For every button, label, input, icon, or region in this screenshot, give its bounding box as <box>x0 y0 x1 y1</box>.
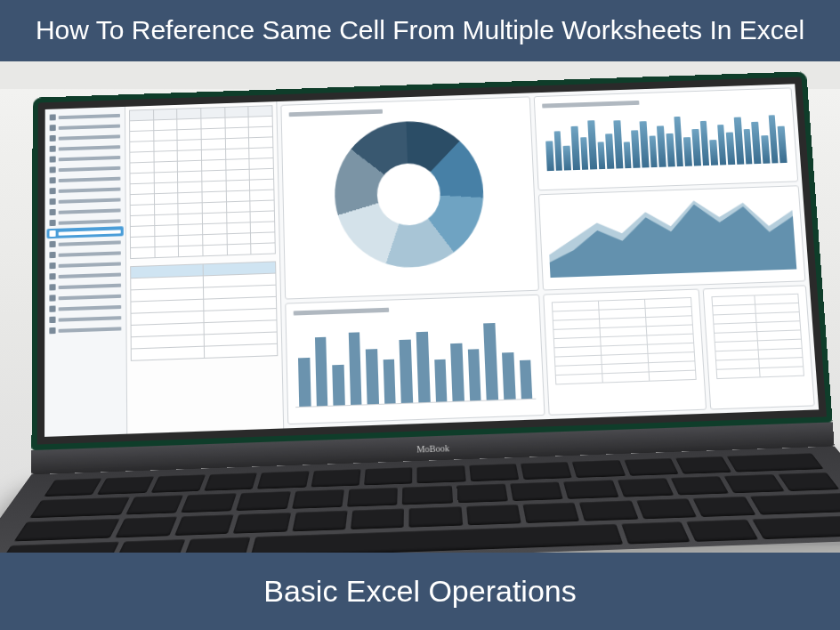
data-table <box>129 105 276 259</box>
dashboard-panel <box>277 84 819 428</box>
sparkbar-chart <box>534 87 799 190</box>
spreadsheet-app <box>44 84 819 437</box>
donut-icon <box>333 119 486 271</box>
donut-chart <box>280 96 539 299</box>
header-title: How To Reference Same Cell From Multiple… <box>36 15 804 44</box>
secondary-table <box>130 261 278 360</box>
mini-table-1 <box>543 289 706 416</box>
hero-image: MoBook <box>0 89 840 545</box>
sidebar <box>44 107 127 437</box>
area-chart <box>538 185 806 290</box>
screen-frame <box>31 71 832 450</box>
column-chart <box>285 295 545 424</box>
header-band: How To Reference Same Cell From Multiple… <box>0 0 840 61</box>
data-table-panel <box>125 101 284 434</box>
laptop-illustration: MoBook <box>31 71 840 602</box>
footer-title: Basic Excel Operations <box>263 574 577 608</box>
mini-table-2 <box>702 285 815 409</box>
footer-band: Basic Excel Operations <box>0 553 840 630</box>
